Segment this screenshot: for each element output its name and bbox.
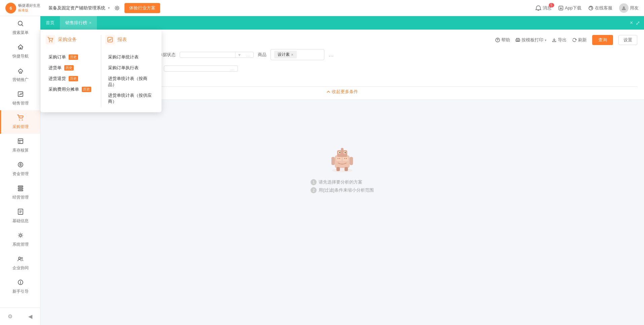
sidebar-item-cooperation-label: 企业协同 — [12, 265, 29, 271]
svg-point-2 — [116, 7, 118, 9]
goods-filter[interactable]: 设计素 × — [271, 49, 324, 60]
refresh-label: 刷新 — [578, 37, 587, 43]
inventory-icon — [17, 138, 24, 146]
sidebar-item-guide-label: 新手引导 — [12, 289, 29, 294]
svg-point-19 — [21, 257, 23, 259]
sidebar-item-marketing[interactable]: 营销推广 — [0, 63, 40, 87]
svg-point-21 — [20, 281, 21, 282]
svg-rect-41 — [336, 167, 340, 171]
goods-tag-close[interactable]: × — [291, 52, 293, 57]
sidebar-item-finance[interactable]: 资金管理 — [0, 157, 40, 181]
sidebar-item-basic-info-label: 基础信息 — [12, 218, 29, 224]
svg-point-10 — [22, 120, 23, 121]
sidebar-item-inventory[interactable]: 库存核算 — [0, 134, 40, 157]
export-action[interactable]: 导出 — [552, 37, 567, 43]
menu-item-order-stats[interactable]: 采购订单统计表 — [105, 52, 156, 63]
sidebar-item-search-label: 搜索菜单 — [12, 30, 29, 36]
salesperson-select[interactable]: … — [164, 66, 238, 72]
sidebar-settings-btn[interactable]: ⚙ — [6, 312, 14, 321]
dropdown-col-purchase: 采购业务 采购订单 历史 进货单 历史 进货退货 历史 采购费用分摊单 历史 — [46, 35, 97, 107]
tip-num-2: 2 — [311, 187, 317, 193]
goods-label: 商品 — [258, 52, 266, 58]
svg-rect-7 — [20, 72, 22, 73]
svg-point-43 — [49, 41, 50, 42]
message-badge: 5 — [549, 3, 554, 7]
industry-button[interactable]: 体验行业方案 — [124, 3, 160, 13]
basic-info-icon — [17, 208, 24, 217]
refresh-action[interactable]: 刷新 — [572, 37, 587, 43]
user-action[interactable]: 用友 — [619, 3, 639, 13]
sidebar-item-sales[interactable]: 销售管理 — [0, 87, 40, 110]
menu-item-return[interactable]: 进货退货 历史 — [46, 73, 97, 84]
goods-ellipsis[interactable]: … — [328, 52, 334, 58]
sidebar-item-system[interactable]: 系统管理 — [0, 228, 40, 251]
tab-close-btn[interactable]: × — [630, 20, 633, 26]
purchase-col-icon — [46, 35, 55, 44]
message-action[interactable]: 5 消息 — [535, 5, 551, 11]
query-button[interactable]: 查询 — [592, 35, 613, 45]
system-selector[interactable]: 装备及固定资产辅助管理系统 ▾ — [46, 4, 112, 12]
select-ellipsis[interactable]: … — [243, 52, 253, 57]
tab-close-icon[interactable]: × — [89, 21, 92, 25]
sidebar-collapse-btn[interactable]: ◀ — [27, 312, 34, 321]
purchase-col-title-text: 采购业务 — [58, 37, 77, 43]
tab-home[interactable]: 首页 — [40, 16, 60, 30]
system-icon — [17, 232, 24, 240]
sidebar-item-guide[interactable]: 新手引导 — [0, 275, 40, 298]
settings-button[interactable] — [112, 3, 122, 13]
sidebar-item-purchase[interactable]: 采购管理 — [0, 110, 40, 134]
sidebar: 搜索菜单 快捷导航 营销推广 — [0, 16, 40, 325]
sidebar-item-finance-label: 资金管理 — [12, 171, 29, 177]
menu-item-order-exec[interactable]: 采购订单执行表 — [105, 63, 156, 73]
help-action[interactable]: 帮助 — [495, 37, 510, 43]
chevron-down-icon: ▾ — [108, 6, 110, 10]
print-dropdown-icon[interactable]: ▾ — [545, 38, 546, 42]
dropdown-menu: 采购业务 采购订单 历史 进货单 历史 进货退货 历史 采购费用分摊单 历史 — [40, 30, 162, 112]
sidebar-item-basic-info[interactable]: 基础信息 — [0, 204, 40, 228]
online-service-label: 在线客服 — [595, 5, 612, 11]
svg-point-37 — [339, 152, 341, 153]
tab-home-label: 首页 — [46, 20, 55, 26]
salesperson-ellipsis[interactable]: … — [227, 66, 238, 71]
sidebar-item-search[interactable]: 搜索菜单 — [0, 16, 40, 40]
app-download-label: App下载 — [565, 5, 581, 11]
purchase-order-history-tag: 历史 — [69, 54, 78, 60]
tab-sales-ranking[interactable]: 销售排行榜 × — [60, 16, 97, 30]
svg-rect-27 — [336, 157, 342, 161]
tab-bar-right: × ⤢ — [630, 20, 644, 26]
menu-item-inbound[interactable]: 进货单 历史 — [46, 63, 97, 73]
svg-point-17 — [20, 234, 22, 236]
menu-item-inbound-stats-goods[interactable]: 进货单统计表（按商品） — [105, 73, 156, 90]
inbound-stats-goods-label: 进货单统计表（按商品） — [108, 76, 154, 88]
menu-item-expense[interactable]: 采购费用分摊单 历史 — [46, 84, 97, 95]
sidebar-item-cooperation[interactable]: 企业协同 — [0, 251, 40, 275]
svg-rect-11 — [18, 139, 23, 144]
return-label: 进货退货 — [48, 76, 66, 82]
inbound-label: 进货单 — [48, 65, 62, 71]
svg-text:6: 6 — [9, 6, 12, 11]
sidebar-item-operations[interactable]: 经营管理 — [0, 181, 40, 204]
goods-tag: 设计素 × — [274, 51, 297, 58]
svg-point-44 — [51, 41, 52, 42]
sales-icon — [17, 91, 24, 99]
select-arrow: ▾ — [235, 52, 243, 57]
svg-rect-40 — [350, 157, 353, 165]
tab-expand-btn[interactable]: ⤢ — [636, 20, 640, 26]
sidebar-item-sales-label: 销售管理 — [12, 100, 29, 106]
marketing-icon — [17, 67, 24, 76]
svg-point-34 — [341, 148, 344, 151]
export-label: 导出 — [558, 37, 567, 43]
tip-num-1: 1 — [311, 179, 317, 185]
dropdown-col-report: 报表 采购订单统计表 采购订单执行表 进货单统计表（按商品） 进货单统计表（按供… — [105, 35, 156, 107]
sidebar-footer: ⚙ ◀ — [0, 308, 40, 325]
online-service-action[interactable]: 在线客服 — [588, 5, 612, 11]
user-label: 用友 — [630, 5, 639, 11]
menu-item-purchase-order[interactable]: 采购订单 历史 — [46, 52, 97, 63]
print-action[interactable]: 按模板打印 ▾ — [515, 37, 546, 43]
sidebar-item-nav[interactable]: 快捷导航 — [0, 40, 40, 63]
empty-state: 1 请先选择要分析的方案 2 用[过滤]条件来缩小分析范围 — [40, 100, 644, 234]
app-download-action[interactable]: App下载 — [558, 5, 581, 11]
settings-button[interactable]: 设置 — [618, 35, 637, 45]
menu-item-inbound-stats-supplier[interactable]: 进货单统计表（按供应商） — [105, 90, 156, 107]
voucher-status-select[interactable]: ▾ … — [180, 52, 254, 58]
